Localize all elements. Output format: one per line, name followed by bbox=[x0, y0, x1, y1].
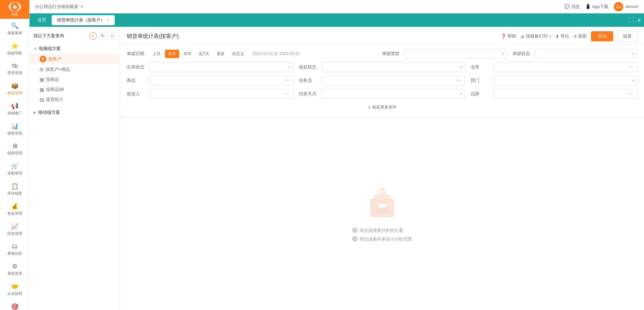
purchase-icon: 🛒 bbox=[11, 162, 18, 170]
panel-actions: + ↻ « bbox=[90, 32, 116, 40]
tree-item-by-goods99[interactable]: ▦ 按商品99 bbox=[30, 85, 120, 95]
tab-sales-stats[interactable]: 销货单统计表（按客户） × bbox=[52, 15, 115, 25]
marketing-icon: 📢 bbox=[11, 102, 18, 110]
goods-select[interactable]: ··· bbox=[150, 75, 293, 86]
print-button[interactable]: 🖨 按模板打印 ▾ bbox=[520, 33, 551, 39]
empty-state: 1 请先选择要分析的方案 2 用过滤条件来缩小分析范围 bbox=[120, 116, 644, 310]
chevron-down-icon2: ▾ bbox=[632, 52, 634, 56]
date-last-month[interactable]: 上月 bbox=[150, 50, 164, 58]
salesman-select[interactable]: ··· bbox=[322, 75, 466, 86]
filter-goods: 商品 ··· bbox=[127, 75, 293, 86]
filter-row-1: 单据日期 上月 本月 本年 近7天 更多 自定义 2023-03-01 至 20… bbox=[127, 49, 637, 59]
topbar: 办公用品行业模拟账套 ▾ 💬 消息 📱 App下载 Ea demo2 bbox=[30, 0, 644, 13]
help-button[interactable]: ❓ 帮助 bbox=[501, 33, 516, 39]
collapse-bar[interactable]: ∧ 收起更多条件 bbox=[127, 102, 637, 112]
brand-select[interactable]: ··· bbox=[493, 89, 637, 99]
empty-tip-1: 1 请先选择要分析的方案 bbox=[352, 227, 412, 234]
date-custom[interactable]: 自定义 bbox=[229, 50, 247, 58]
date-range-text: 2023-03-01 至 2023-03-31 bbox=[253, 51, 300, 57]
date-this-year[interactable]: 本年 bbox=[180, 50, 195, 58]
mobile-group-header[interactable]: ▶ 移动端方案 bbox=[30, 107, 120, 117]
panel-title: 按以下方案查询 bbox=[34, 33, 64, 39]
tree-item-label: 按商品 bbox=[46, 76, 59, 83]
sidebar-item-operation[interactable]: 📈 经营管理 bbox=[0, 219, 29, 240]
doc-status-select[interactable]: ▾ bbox=[535, 49, 638, 59]
date-last-7days[interactable]: 近7天 bbox=[196, 50, 212, 58]
desktop-scheme-group: ▼ 电脑端方案 客 按客户 ⊞ 按客户+商品 ▦ 按商品 ▦ 按商品99 bbox=[30, 42, 120, 106]
sidebar-item-system[interactable]: ⚙ 系统管理 bbox=[0, 259, 29, 279]
sidebar-item-purchase[interactable]: 🛒 采购管理 bbox=[0, 159, 29, 179]
tip-num-2: 2 bbox=[352, 236, 358, 242]
refresh-button[interactable]: ↺ 刷新 bbox=[573, 33, 587, 39]
salesman-dots-icon[interactable]: ··· bbox=[455, 78, 462, 84]
receipt-status-select[interactable]: ▾ bbox=[322, 62, 466, 72]
sidebar-item-search[interactable]: 🔍 搜索菜单 bbox=[0, 19, 29, 39]
dots-icon[interactable]: ··· bbox=[627, 64, 634, 70]
messages-button[interactable]: 💬 消息 bbox=[565, 4, 580, 10]
date-more[interactable]: 更多 bbox=[214, 50, 228, 58]
mobile-scheme-group: ▶ 移动端方案 bbox=[30, 106, 120, 119]
help-icon: ❓ bbox=[501, 34, 506, 39]
sidebar-item-retail[interactable]: 🛍 零售管理 bbox=[0, 59, 29, 79]
dept-select[interactable]: ▾ bbox=[493, 75, 637, 86]
desktop-group-header[interactable]: ▼ 电脑端方案 bbox=[30, 44, 120, 54]
refresh-scheme-button[interactable]: ↻ bbox=[99, 32, 106, 40]
query-button[interactable]: 查询 bbox=[591, 31, 613, 41]
export-button[interactable]: ⬇ 导出 bbox=[555, 33, 569, 39]
goods-dots-icon[interactable]: ··· bbox=[283, 78, 290, 84]
sidebar-item-finance[interactable]: 💰 资金管理 bbox=[0, 199, 29, 219]
sidebar-item-inventory[interactable]: 📋 库存核算 bbox=[0, 179, 29, 199]
sidebar-item-wholesale[interactable]: 📦 批发管理 bbox=[0, 79, 29, 99]
empty-illustration bbox=[362, 182, 402, 222]
doc-status-label: 单据状态 bbox=[513, 51, 533, 57]
brand-dots-icon[interactable]: ··· bbox=[627, 91, 634, 97]
sidebar-item-sales[interactable]: 📊 销售管理 bbox=[0, 119, 29, 139]
consignee-select[interactable]: ··· bbox=[150, 89, 293, 99]
page-actions: ❓ 帮助 🖨 按模板打印 ▾ ⬇ 导出 ↺ 刷新 bbox=[501, 31, 637, 42]
tab-close-icon[interactable]: × bbox=[107, 18, 109, 22]
tab-maximize-icon[interactable]: ⛶ bbox=[629, 17, 634, 23]
tree-item-by-customer[interactable]: 客 按客户 bbox=[30, 54, 120, 64]
tab-home[interactable]: 首页 bbox=[32, 15, 52, 25]
sidebar-item-ecommerce[interactable]: 🖥 电商管理 bbox=[0, 139, 29, 159]
brand-label: 品牌 bbox=[471, 91, 491, 97]
svg-rect-2 bbox=[370, 199, 394, 217]
search-icon: 🔍 bbox=[11, 22, 18, 30]
settlement-select[interactable]: ▾ bbox=[322, 89, 466, 99]
date-this-month[interactable]: 本月 bbox=[165, 50, 179, 58]
svg-text:畅: 畅 bbox=[13, 5, 17, 9]
customer-scheme-icon: 客 bbox=[40, 56, 46, 62]
dropdown-arrow-icon[interactable]: ▾ bbox=[81, 4, 84, 9]
date-label: 单据日期 bbox=[127, 51, 147, 57]
sidebar-item-basic[interactable]: 🗂 基础信息 bbox=[0, 240, 29, 259]
tab-close-window-icon[interactable]: ✕ bbox=[637, 17, 641, 23]
sidebar-item-shortcut[interactable]: ⭐ 快捷导航 bbox=[0, 39, 29, 59]
export-icon: ⬇ bbox=[555, 34, 559, 39]
sidebar-item-newbie[interactable]: 🎯 新手引导 bbox=[0, 300, 29, 310]
filter-warehouse: 仓库 ··· bbox=[471, 62, 637, 72]
newbie-icon: 🎯 bbox=[11, 303, 18, 310]
add-scheme-button[interactable]: + bbox=[90, 32, 97, 40]
app-download-button[interactable]: 📱 App下载 bbox=[585, 4, 608, 10]
out-status-select[interactable]: ▾ bbox=[150, 62, 293, 72]
sidebar-item-cooperation[interactable]: 🤝 企业协同 bbox=[0, 279, 29, 300]
tree-item-by-goods[interactable]: ▦ 按商品 bbox=[30, 74, 120, 85]
consignee-dots-icon[interactable]: ··· bbox=[283, 91, 290, 97]
warehouse-select[interactable]: ··· bbox=[493, 62, 637, 72]
inventory-icon: 📋 bbox=[11, 183, 18, 190]
tree-item-label: 按客户+商品 bbox=[46, 66, 70, 72]
tree-item-return-stats[interactable]: ▤ 退货统计 bbox=[30, 95, 120, 105]
collapse-panel-button[interactable]: « bbox=[108, 32, 116, 40]
filter-dept: 部门 ▾ bbox=[471, 75, 637, 86]
filter-out-status: 出库状态 ▾ bbox=[127, 62, 293, 72]
user-profile-button[interactable]: Ea demo2 bbox=[614, 2, 639, 11]
settings-button[interactable]: 设置 bbox=[617, 31, 637, 42]
sidebar-nav: 🔍 搜索菜单 ⭐ 快捷导航 🛍 零售管理 📦 批发管理 📢 营销推广 📊 销售管… bbox=[0, 19, 29, 310]
sidebar-item-marketing[interactable]: 📢 营销推广 bbox=[0, 99, 29, 119]
doc-type-select[interactable]: ▾ bbox=[405, 49, 507, 59]
filter-row-3: 商品 ··· 业务员 ··· 部门 bbox=[127, 75, 637, 86]
grid-icon: ⊞ bbox=[40, 67, 44, 72]
consignee-label: 收货人 bbox=[127, 91, 147, 97]
tree-item-by-customer-goods[interactable]: ⊞ 按客户+商品 bbox=[30, 64, 120, 74]
doc-type-label: 单据类型 bbox=[382, 51, 402, 57]
